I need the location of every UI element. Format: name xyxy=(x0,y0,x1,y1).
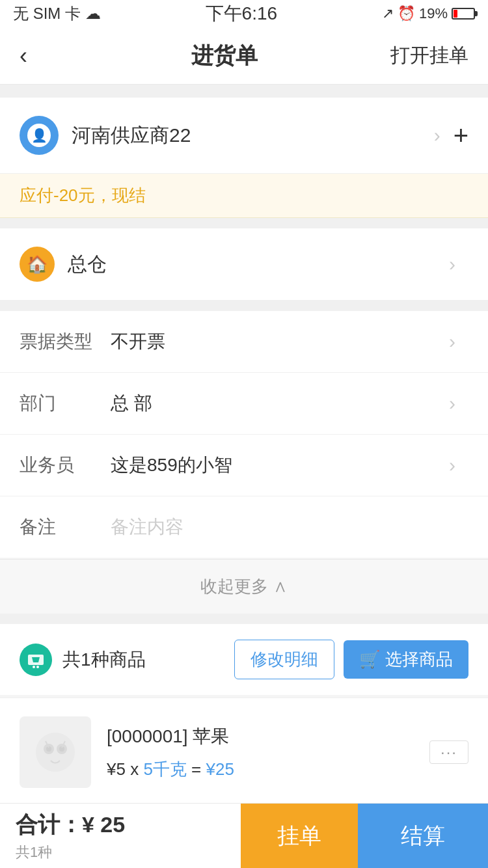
form-row-department[interactable]: 部门 总 部 › xyxy=(0,372,488,434)
cart-icon: 🛒 xyxy=(359,649,380,670)
department-value: 总 部 xyxy=(98,391,449,416)
remark-placeholder[interactable]: 备注内容 xyxy=(98,515,468,539)
status-right: ↗ ⏰ 19% xyxy=(382,5,475,22)
department-label: 部门 xyxy=(20,391,98,416)
warehouse-name: 总仓 xyxy=(68,251,449,278)
product-price: ¥5 x 5千克 = ¥25 xyxy=(107,758,429,781)
price-text: ¥5 x xyxy=(107,759,143,779)
salesperson-label: 业务员 xyxy=(20,453,98,478)
form-row-remark[interactable]: 备注 备注内容 xyxy=(0,496,488,558)
back-button[interactable]: ‹ xyxy=(20,42,59,70)
svg-point-2 xyxy=(36,666,39,668)
divider-2 xyxy=(0,300,488,310)
form-row-salesperson[interactable]: 业务员 这是859的小智 › xyxy=(0,434,488,496)
total-value: ¥ 25 xyxy=(82,812,125,837)
battery-icon xyxy=(452,8,475,20)
status-time: 下午6:16 xyxy=(206,1,278,26)
supplier-section: 👤 河南供应商22 › + 应付-20元，现结 xyxy=(0,98,488,218)
quantity-text: 5千克 xyxy=(143,759,186,779)
supplier-name: 河南供应商22 xyxy=(72,122,434,149)
product-more-button[interactable]: ··· xyxy=(429,740,468,764)
page-title: 进货单 xyxy=(191,41,258,71)
product-name: [0000001] 苹果 xyxy=(107,724,429,749)
collapse-bar[interactable]: 收起更多 ∧ xyxy=(0,559,488,614)
salesperson-value: 这是859的小智 xyxy=(98,453,449,478)
chevron-right-icon: › xyxy=(434,124,441,146)
form-row-invoice[interactable]: 票据类型 不开票 › xyxy=(0,310,488,372)
location-icon: ↗ xyxy=(382,5,394,22)
equal-sign: = xyxy=(187,759,206,779)
edit-detail-button[interactable]: 修改明细 xyxy=(234,640,334,679)
bottom-bar: 合计：¥ 25 共1种 挂单 结算 xyxy=(0,803,488,868)
invoice-label: 票据类型 xyxy=(20,329,98,354)
checkout-button[interactable]: 结算 xyxy=(358,804,488,868)
chevron-right-icon-5: › xyxy=(449,454,455,476)
status-left: 无 SIM 卡 ☁ xyxy=(13,3,101,24)
svg-point-3 xyxy=(36,733,75,772)
supplier-avatar: 👤 xyxy=(20,116,59,155)
invoice-value: 不开票 xyxy=(98,329,449,354)
total-count: 共1种 xyxy=(16,843,225,862)
battery-percent: 19% xyxy=(419,5,448,22)
supplier-row[interactable]: 👤 河南供应商22 › + xyxy=(0,98,488,174)
alarm-icon: ⏰ xyxy=(398,5,415,22)
chevron-right-icon-4: › xyxy=(449,392,455,414)
warehouse-icon: 🏠 xyxy=(20,247,55,282)
status-bar: 无 SIM 卡 ☁ 下午6:16 ↗ ⏰ 19% xyxy=(0,0,488,27)
sim-status: 无 SIM 卡 ☁ xyxy=(13,3,101,24)
product-count-text: 共1种商品 xyxy=(62,647,234,672)
open-pending-button[interactable]: 打开挂单 xyxy=(390,42,468,69)
product-image xyxy=(33,729,78,775)
total-text: ¥25 xyxy=(206,759,234,779)
total-amount: 合计：¥ 25 xyxy=(16,810,225,840)
warehouse-section: 🏠 总仓 › xyxy=(0,228,488,300)
product-thumbnail xyxy=(20,716,91,788)
total-label: 合计： xyxy=(16,812,82,837)
nav-bar: ‹ 进货单 打开挂单 xyxy=(0,27,488,85)
total-section: 合计：¥ 25 共1种 xyxy=(0,804,241,868)
chevron-right-icon-3: › xyxy=(449,331,455,353)
divider-1 xyxy=(0,218,488,228)
remark-label: 备注 xyxy=(20,515,98,539)
select-product-button[interactable]: 🛒 选择商品 xyxy=(344,640,468,679)
form-section: 票据类型 不开票 › 部门 总 部 › 业务员 这是859的小智 › 备注 备注… xyxy=(0,310,488,558)
chevron-right-icon-2: › xyxy=(449,253,455,275)
product-cart-icon xyxy=(20,644,52,676)
product-info: [0000001] 苹果 ¥5 x 5千克 = ¥25 xyxy=(107,724,429,781)
top-divider xyxy=(0,85,488,98)
avatar-icon: 👤 xyxy=(27,124,51,147)
select-product-label: 选择商品 xyxy=(385,648,453,671)
product-section-header: 共1种商品 修改明细 🛒 选择商品 xyxy=(0,614,488,695)
add-button[interactable]: + xyxy=(454,122,468,148)
product-item: [0000001] 苹果 ¥5 x 5千克 = ¥25 ··· xyxy=(0,698,488,806)
svg-point-1 xyxy=(33,666,35,668)
suspend-button[interactable]: 挂单 xyxy=(241,804,358,868)
supplier-notice: 应付-20元，现结 xyxy=(0,174,488,218)
warehouse-row[interactable]: 🏠 总仓 › xyxy=(0,228,488,300)
